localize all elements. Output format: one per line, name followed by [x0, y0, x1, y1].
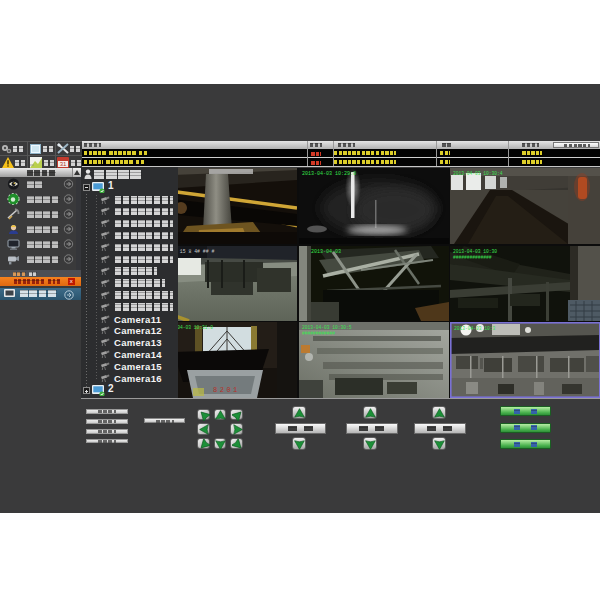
svg-text:2013-04-03 10:3: 2013-04-03 10:3 [454, 326, 496, 331]
svg-text:############: ############ [302, 331, 335, 336]
svg-text:2013-04-03 10:30:4: 2013-04-03 10:30:4 [453, 171, 503, 176]
svg-text:2013-04-03 10:30:5: 2013-04-03 10:30:5 [302, 325, 352, 330]
svg-text:31: 31 [60, 161, 67, 167]
svg-text:2013-04-03: 2013-04-03 [311, 249, 341, 255]
svg-text:2013-04-03 10:30: 2013-04-03 10:30 [453, 249, 497, 254]
svg-text:##############: ############## [453, 255, 492, 260]
svg-text:2013-04-03 10:29:0: 2013-04-03 10:29:0 [302, 171, 356, 177]
svg-text:8201: 8201 [213, 386, 240, 394]
